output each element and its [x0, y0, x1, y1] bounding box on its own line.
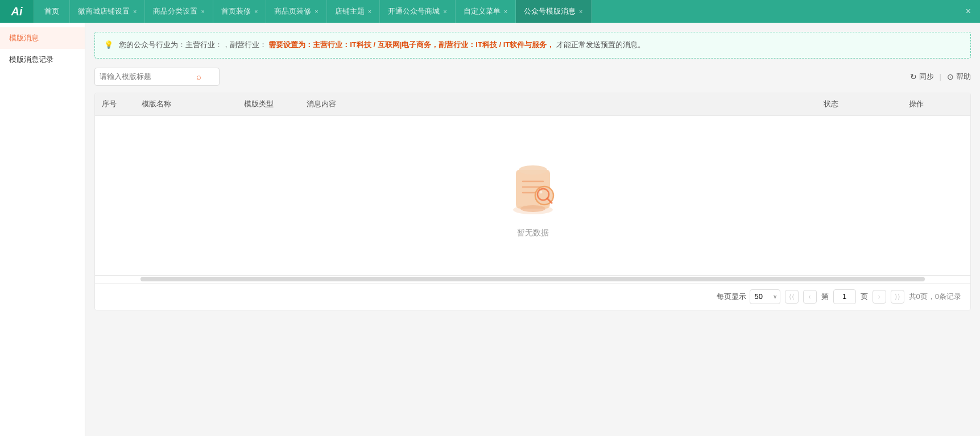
- open-mall-label: 开通公众号商城: [388, 6, 440, 16]
- close-home-decoration-icon[interactable]: ×: [254, 8, 258, 15]
- per-page-dropdown[interactable]: 50 10 20 100: [750, 289, 780, 304]
- notice-suffix: 才能正常发送预置的消息。: [556, 40, 645, 49]
- top-nav: Ai 首页 微商城店铺设置 × 商品分类设置 × 首页装修 × 商品页装修 × …: [0, 0, 980, 23]
- product-decoration-label: 商品页装修: [274, 6, 311, 16]
- close-product-decoration-icon[interactable]: ×: [315, 8, 318, 15]
- svg-point-9: [539, 190, 542, 193]
- sync-label: 同步: [919, 72, 934, 82]
- sync-button[interactable]: ↻ 同步: [910, 72, 934, 82]
- scrollbar-track: [140, 277, 925, 281]
- sync-icon: ↻: [910, 72, 917, 81]
- sidebar-item-template-msg-log[interactable]: 模版消息记录: [0, 49, 85, 70]
- shop-setting-label: 微商城店铺设置: [78, 6, 130, 16]
- sidebar-label-template-msg: 模版消息: [9, 34, 39, 42]
- close-template-msg-icon[interactable]: ×: [579, 8, 582, 15]
- col-type: 模版类型: [237, 99, 300, 109]
- col-action: 操作: [902, 99, 970, 109]
- search-input[interactable]: [100, 72, 196, 81]
- page-number-input[interactable]: [833, 289, 856, 304]
- content-area: 💡 您的公众号行业为：主营行业：，副营行业： 需要设置为：主营行业：IT科技 /…: [85, 23, 980, 436]
- tab-home[interactable]: 首页: [34, 0, 70, 23]
- sidebar-label-template-msg-log: 模版消息记录: [9, 55, 53, 64]
- next-page-button[interactable]: ›: [873, 290, 886, 304]
- horizontal-scrollbar[interactable]: [95, 275, 970, 283]
- page-suffix: 页: [861, 292, 868, 302]
- close-category-icon[interactable]: ×: [201, 8, 204, 15]
- search-actions: ↻ 同步 | ⊙ 帮助: [910, 72, 971, 82]
- empty-text: 暂无数据: [517, 228, 549, 238]
- tab-home-decoration[interactable]: 首页装修 ×: [213, 0, 266, 23]
- shop-theme-label: 店铺主题: [335, 6, 365, 16]
- app-logo: Ai: [0, 0, 34, 23]
- per-page-label: 每页显示: [717, 292, 746, 302]
- svg-point-1: [519, 165, 547, 175]
- template-msg-label: 公众号模版消息: [524, 6, 576, 16]
- table-header: 序号 模版名称 模版类型 消息内容 状态 操作: [95, 93, 970, 116]
- per-page-select: 每页显示 50 10 20 100: [717, 289, 780, 304]
- first-page-button[interactable]: ⟨⟨: [785, 290, 799, 304]
- search-bar: ⌕ ↻ 同步 | ⊙ 帮助: [94, 68, 971, 86]
- notice-highlight: 需要设置为：主营行业：IT科技 / 互联网|电子商务，副营行业：IT科技 / I…: [268, 40, 554, 49]
- tab-custom-menu[interactable]: 自定义菜单 ×: [456, 0, 516, 23]
- col-seq: 序号: [95, 99, 135, 109]
- page-label: 第: [821, 292, 829, 302]
- data-table: 序号 模版名称 模版类型 消息内容 状态 操作: [94, 93, 971, 310]
- search-icon[interactable]: ⌕: [196, 72, 201, 81]
- tab-shop-theme[interactable]: 店铺主题 ×: [327, 0, 380, 23]
- close-shop-theme-icon[interactable]: ×: [368, 8, 371, 15]
- col-name: 模版名称: [135, 99, 237, 109]
- help-circle-icon: ⊙: [947, 72, 954, 81]
- empty-illustration: [499, 153, 567, 221]
- search-input-wrap: ⌕: [94, 68, 220, 86]
- home-tab-label: 首页: [44, 6, 59, 16]
- empty-state: 暂无数据: [499, 153, 567, 238]
- home-decoration-label: 首页装修: [221, 6, 251, 16]
- tab-template-msg[interactable]: 公众号模版消息 ×: [516, 0, 591, 23]
- pagination: 每页显示 50 10 20 100 ⟨⟨ ‹ 第 页 ›: [95, 283, 970, 310]
- help-button[interactable]: ⊙ 帮助: [947, 72, 971, 82]
- sidebar: 模版消息 模版消息记录: [0, 23, 85, 436]
- category-setting-label: 商品分类设置: [153, 6, 197, 16]
- table-body: 暂无数据: [95, 116, 970, 275]
- sidebar-item-template-msg[interactable]: 模版消息: [0, 27, 85, 49]
- notice-icon: 💡: [104, 40, 113, 49]
- total-info: 共0页，0条记录: [909, 292, 961, 302]
- global-close-button[interactable]: ×: [957, 0, 980, 23]
- col-status: 状态: [817, 99, 902, 109]
- col-content: 消息内容: [300, 99, 817, 109]
- last-page-button[interactable]: ⟩⟩: [891, 290, 904, 304]
- main-layout: 模版消息 模版消息记录 💡 您的公众号行业为：主营行业：，副营行业： 需要设置为…: [0, 23, 980, 436]
- close-open-mall-icon[interactable]: ×: [443, 8, 446, 15]
- notice-box: 💡 您的公众号行业为：主营行业：，副营行业： 需要设置为：主营行业：IT科技 /…: [94, 32, 971, 59]
- close-custom-menu-icon[interactable]: ×: [504, 8, 507, 15]
- notice-prefix: 您的公众号行业为：主营行业：，副营行业：: [119, 40, 267, 49]
- per-page-select-wrap: 50 10 20 100: [750, 289, 780, 304]
- prev-page-button[interactable]: ‹: [803, 290, 817, 304]
- tab-shop-setting[interactable]: 微商城店铺设置 ×: [70, 0, 145, 23]
- tab-category-setting[interactable]: 商品分类设置 ×: [145, 0, 213, 23]
- tab-open-mall[interactable]: 开通公众号商城 ×: [380, 0, 455, 23]
- divider: |: [940, 72, 941, 81]
- help-label: 帮助: [956, 72, 971, 82]
- custom-menu-label: 自定义菜单: [464, 6, 501, 16]
- svg-point-2: [520, 205, 545, 212]
- close-shop-setting-icon[interactable]: ×: [133, 8, 137, 15]
- tab-product-decoration[interactable]: 商品页装修 ×: [266, 0, 326, 23]
